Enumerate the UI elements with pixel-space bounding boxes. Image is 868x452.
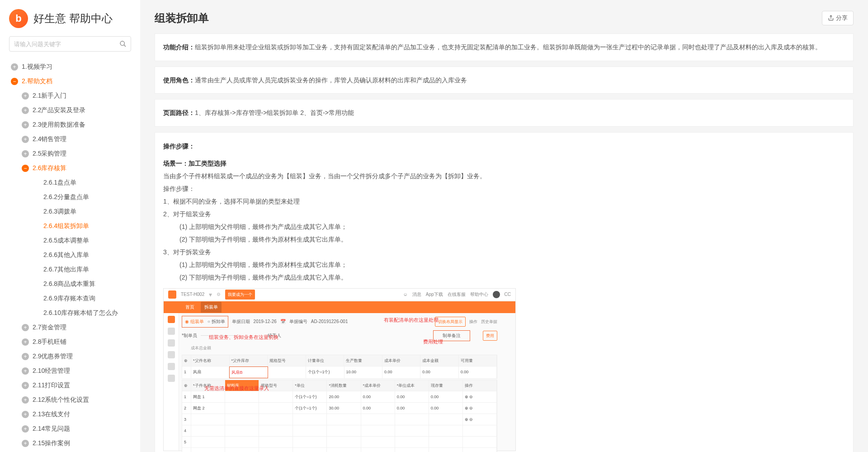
nav-2-7[interactable]: +2.7资金管理 [20,320,131,335]
panel-path: 页面路径：1、库存核算->库存管理->组装拆卸单 2、首页->常用功能 [155,99,854,127]
logo-icon: b [9,9,28,28]
nav-2-6-10[interactable]: 2.6.10库存账本错了怎么办 [42,306,131,320]
nav-2-12[interactable]: +2.12系统个性化设置 [20,393,131,407]
sp-fee-btn: 费用 [483,331,497,341]
plus-icon: + [22,136,29,143]
plus-icon: + [22,367,29,375]
plus-icon: + [22,324,29,331]
nav-2-3[interactable]: +2.3使用前数据准备 [20,118,131,132]
step2-1: (1) 上部明细为父件明细，最终作为产成品生成其它入库单； [163,220,845,233]
nav-2-6-8[interactable]: 2.6.8商品成本重算 [42,277,131,291]
search-wrap [9,36,131,52]
plus-icon: + [22,382,29,389]
sp-type-radio: ◉ 组装单 ○ 拆卸单 [182,316,228,328]
path-label: 页面路径： [163,109,195,116]
step2: 2、对于组装业务 [163,208,845,220]
intro-label: 功能介绍： [163,43,195,51]
minus-icon: − [22,165,29,172]
plus-icon: + [22,440,29,447]
steps-label: 操作步骤： [163,140,845,152]
steps-sub: 操作步骤： [163,182,845,195]
step1: 1、根据不同的业务，选择不同单据的类型来处理 [163,195,845,208]
nav-2-13[interactable]: +2.13在线支付 [20,407,131,422]
plus-icon: + [22,338,29,346]
nav-2-9[interactable]: +2.9优惠券管理 [20,349,131,364]
plus-icon: + [22,121,29,128]
sp-app: App下载 [426,290,443,299]
nav-2-2[interactable]: +2.2产品安装及登录 [20,103,131,118]
main-content: 组装拆卸单 分享 功能介绍：组装拆卸单用来处理企业组装或拆卸等加工业务，支持有固… [140,0,868,452]
minus-icon: − [11,78,18,85]
plus-icon: + [22,150,29,157]
nav-2-14[interactable]: +2.14常见问题 [20,422,131,436]
nav-2-6-3[interactable]: 2.6.3调拨单 [42,205,131,219]
sidebar: b 好生意 帮助中心 +1.视频学习 −2.帮助文档 +2.1新手入门 +2.2… [0,0,140,452]
share-icon [828,15,834,21]
embedded-screenshot: TEST-H002 ▾ ⚙ 我要成为一个 ☺消息 App下载 在线客服 帮助中心… [163,288,516,451]
share-label: 分享 [836,14,848,22]
sp-parent-table: ⊕ *父件名称 *父件库存 规格型号 计量单位 生产数量 成本单价 成本金额 可… [182,355,497,379]
sp-anno4: 无需选清单的直接在这里录入 [204,383,269,393]
panel-role: 使用角色：通常由生产人员或库管人员完成拆装业务的操作，库管人员确认原材料的出库和… [155,67,854,94]
plus-icon: + [22,411,29,418]
nav-2-11[interactable]: +2.11打印设置 [20,378,131,393]
panel-steps: 操作步骤： 场景一：加工类型选择 当由多个子件材料组装成一个成品的业务为【组装】… [155,132,854,452]
brand-row: b 好生意 帮助中心 [9,9,131,28]
sp-anno1: 有装配清单的在这里处理 [384,315,439,325]
panel-intro: 功能介绍：组装拆卸单用来处理企业组装或拆卸等加工业务，支持有固定装配清单的产品加… [155,33,854,61]
share-button[interactable]: 分享 [822,11,854,25]
nav-2-10[interactable]: +2.10经营管理 [20,364,131,378]
sp-tab-doc: 拆装单 [201,302,222,313]
sp-anno2: 组装业务、拆卸业务在这里切换 [209,332,278,342]
step3: 3、对于拆装业务 [163,246,845,258]
nav-2-6[interactable]: −2.6库存核算 [20,161,131,176]
sp-layout-btn: 切换布局显示 [435,317,466,327]
search-icon [119,40,127,48]
brand-title: 好生意 帮助中心 [33,11,113,26]
nav-2-6-4[interactable]: 2.6.4组装拆卸单 [42,219,131,233]
plus-icon: + [11,63,18,71]
plus-icon: + [22,396,29,404]
role-text: 通常由生产人员或库管人员完成拆装业务的操作，库管人员确认原材料的出库和产成品的入… [195,76,467,84]
nav-2-6-5[interactable]: 2.6.5成本调整单 [42,233,131,248]
plus-icon: + [22,425,29,433]
nav-2-5[interactable]: +2.5采购管理 [20,147,131,161]
role-label: 使用角色： [163,76,195,84]
sp-tab-home: 首页 [182,302,198,313]
step3-2: (2) 下部明细为子件明细，最终作为产成品生成其它入库单。 [163,271,845,284]
sp-help: 帮助中心 [470,290,488,299]
page-header: 组装拆卸单 分享 [155,11,854,25]
sp-cs: 在线客服 [448,290,466,299]
step3-1: (1) 上部明细为父件明细，最终作为原材料生成其它出库单； [163,258,845,271]
nav-2-8[interactable]: +2.8手机旺铺 [20,335,131,349]
sp-body: ◉ 组装单 ○ 拆卸单 单据日期 2019-12-26 📅 单据编号 AD-20… [164,313,515,452]
path-text: 1、库存核算->库存管理->组装拆卸单 2、首页->常用功能 [195,109,354,116]
nav-2-6-9[interactable]: 2.6.9库存账本查询 [42,291,131,306]
sp-msg: 消息 [412,290,421,299]
nav-2-6-2[interactable]: 2.6.2分量盘点单 [42,190,131,205]
plus-icon: + [22,92,29,100]
sp-topbar: TEST-H002 ▾ ⚙ 我要成为一个 ☺消息 App下载 在线客服 帮助中心… [164,289,515,301]
scene1-desc: 当由多个子件材料组装成一个成品的业务为【组装】业务，当由一个父件拆分成多个子产品… [163,170,845,182]
nav-help-docs[interactable]: −2.帮助文档 [9,74,131,89]
nav-2-1[interactable]: +2.1新手入门 [20,89,131,103]
nav-2-6-7[interactable]: 2.6.7其他出库单 [42,262,131,277]
step2-2: (2) 下部明细为子件明细，最终作为原材料生成其它出库单。 [163,233,845,246]
plus-icon: + [22,353,29,360]
nav-2-6-6[interactable]: 2.6.6其他入库单 [42,248,131,262]
sp-env: TEST-H002 [181,290,204,299]
plus-icon: + [22,107,29,114]
nav-2-15[interactable]: +2.15操作案例 [20,436,131,451]
sp-user: CC [505,290,511,299]
sp-top-btn: 我要成为一个 [225,290,255,300]
search-input[interactable] [9,36,131,52]
nav-2-4[interactable]: +2.4销售管理 [20,132,131,147]
svg-point-0 [120,41,124,45]
svg-line-1 [124,45,126,47]
page-title: 组装拆卸单 [155,11,209,25]
nav-2-6-1[interactable]: 2.6.1盘点单 [42,176,131,190]
sp-tabs: 首页 拆装单 [164,301,515,313]
nav-video-learning[interactable]: +1.视频学习 [9,60,131,74]
intro-text: 组装拆卸单用来处理企业组装或拆卸等加工业务，支持有固定装配清单的产品加工业务，也… [195,43,821,51]
sp-avatar-icon [493,291,500,298]
